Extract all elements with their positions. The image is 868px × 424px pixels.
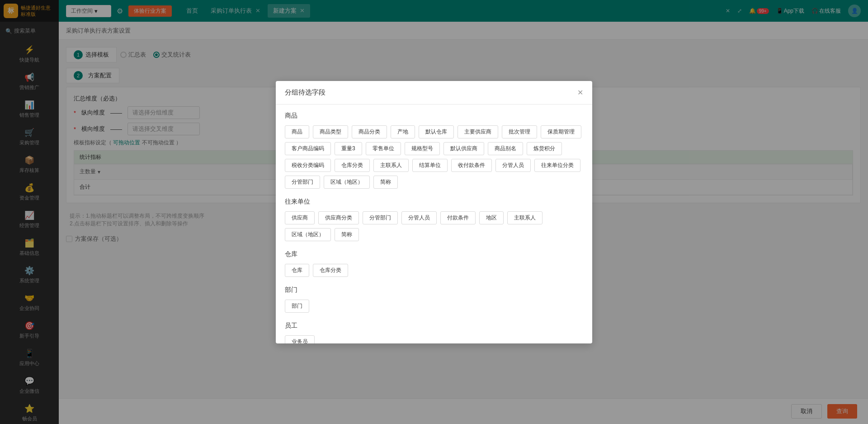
modal-close-button[interactable]: ✕ <box>577 88 583 97</box>
field-group-title-employee: 员工 <box>285 322 583 330</box>
field-selector-modal: 分组待选字段 ✕ 商品商品商品类型商品分类产地默认仓库主要供应商批次管理保质期管… <box>276 81 592 343</box>
modal-header: 分组待选字段 ✕ <box>276 81 592 105</box>
field-tags-product: 商品商品类型商品分类产地默认仓库主要供应商批次管理保质期管理客户商品编码重量3零… <box>285 125 583 189</box>
modal-body: 商品商品商品类型商品分类产地默认仓库主要供应商批次管理保质期管理客户商品编码重量… <box>276 105 592 343</box>
field-tag-炼货积分[interactable]: 炼货积分 <box>527 142 562 155</box>
field-tag-区域（地区）[interactable]: 区域（地区） <box>285 228 331 241</box>
field-tag-仓库分类[interactable]: 仓库分类 <box>335 159 370 172</box>
field-tag-分管人员[interactable]: 分管人员 <box>401 211 437 224</box>
field-tags-department: 部门 <box>285 300 583 313</box>
field-tag-供应商[interactable]: 供应商 <box>285 211 315 224</box>
field-tag-业务员[interactable]: 业务员 <box>285 335 315 343</box>
field-tags-employee: 业务员 <box>285 335 583 343</box>
field-group-product: 商品商品商品类型商品分类产地默认仓库主要供应商批次管理保质期管理客户商品编码重量… <box>285 112 583 189</box>
field-tag-默认供应商[interactable]: 默认供应商 <box>443 142 484 155</box>
field-group-title-customer: 往来单位 <box>285 198 583 206</box>
field-group-title-department: 部门 <box>285 286 583 294</box>
field-tag-产地[interactable]: 产地 <box>391 125 415 138</box>
field-tags-customer: 供应商供应商分类分管部门分管人员付款条件地区主联系人区域（地区）简称 <box>285 211 583 241</box>
field-tag-部门[interactable]: 部门 <box>285 300 309 313</box>
field-tag-仓库[interactable]: 仓库 <box>285 264 309 277</box>
field-tag-重量3[interactable]: 重量3 <box>335 142 362 155</box>
field-tag-供应商分类[interactable]: 供应商分类 <box>318 211 359 224</box>
field-tag-商品分类[interactable]: 商品分类 <box>352 125 387 138</box>
field-tag-区域（地区）[interactable]: 区域（地区） <box>324 176 370 189</box>
field-tag-收付款条件[interactable]: 收付款条件 <box>451 159 492 172</box>
field-tag-商品别名[interactable]: 商品别名 <box>488 142 523 155</box>
field-group-title-product: 商品 <box>285 112 583 120</box>
field-tag-分管部门[interactable]: 分管部门 <box>285 176 320 189</box>
field-tag-零售单位[interactable]: 零售单位 <box>366 142 401 155</box>
field-tag-主联系人[interactable]: 主联系人 <box>373 159 409 172</box>
field-tag-默认仓库[interactable]: 默认仓库 <box>419 125 454 138</box>
field-tag-分管部门[interactable]: 分管部门 <box>363 211 398 224</box>
field-tag-仓库分类[interactable]: 仓库分类 <box>313 264 348 277</box>
field-tag-商品[interactable]: 商品 <box>285 125 309 138</box>
field-tags-warehouse: 仓库仓库分类 <box>285 264 583 277</box>
field-tag-规格型号[interactable]: 规格型号 <box>405 142 440 155</box>
field-group-department: 部门部门 <box>285 286 583 313</box>
field-tag-地区[interactable]: 地区 <box>479 211 504 224</box>
field-tag-往来单位分类[interactable]: 往来单位分类 <box>534 159 580 172</box>
field-tag-批次管理[interactable]: 批次管理 <box>502 125 537 138</box>
field-group-title-warehouse: 仓库 <box>285 250 583 258</box>
field-tag-主要供应商[interactable]: 主要供应商 <box>458 125 498 138</box>
field-tag-简称[interactable]: 简称 <box>373 176 398 189</box>
field-group-customer: 往来单位供应商供应商分类分管部门分管人员付款条件地区主联系人区域（地区）简称 <box>285 198 583 241</box>
field-tag-客户商品编码[interactable]: 客户商品编码 <box>285 142 331 155</box>
modal-title: 分组待选字段 <box>285 88 326 97</box>
field-tag-结算单位[interactable]: 结算单位 <box>412 159 448 172</box>
field-tag-付款条件[interactable]: 付款条件 <box>440 211 476 224</box>
field-tag-商品类型[interactable]: 商品类型 <box>313 125 348 138</box>
field-tag-简称[interactable]: 简称 <box>335 228 359 241</box>
field-tag-分管人员[interactable]: 分管人员 <box>495 159 531 172</box>
field-group-employee: 员工业务员 <box>285 322 583 343</box>
field-tag-保质期管理[interactable]: 保质期管理 <box>541 125 581 138</box>
field-tag-税收分类编码[interactable]: 税收分类编码 <box>285 159 331 172</box>
modal-overlay: 分组待选字段 ✕ 商品商品商品类型商品分类产地默认仓库主要供应商批次管理保质期管… <box>0 0 868 424</box>
field-tag-主联系人[interactable]: 主联系人 <box>507 211 542 224</box>
field-group-warehouse: 仓库仓库仓库分类 <box>285 250 583 277</box>
